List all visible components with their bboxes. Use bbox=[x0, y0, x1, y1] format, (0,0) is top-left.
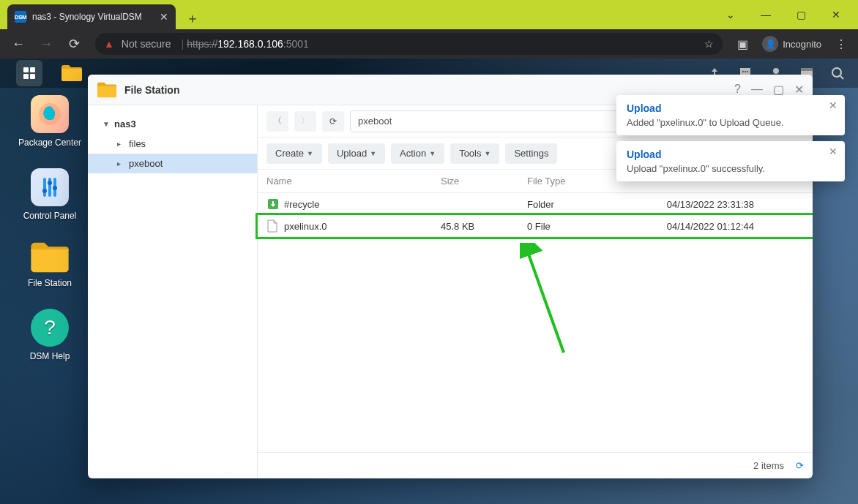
tree-root[interactable]: ▼nas3 bbox=[88, 114, 257, 134]
toast: ✕UploadAdded "pxelinux.0" to Upload Queu… bbox=[616, 95, 845, 135]
browser-toolbar: ← → ⟳ ▲ Not secure | https://192.168.0.1… bbox=[0, 29, 858, 59]
new-tab-button[interactable]: ＋ bbox=[182, 7, 204, 29]
toast-close-icon[interactable]: ✕ bbox=[829, 146, 838, 157]
desktop-icon-label: Package Center bbox=[18, 138, 81, 148]
desktop-icon-label: DSM Help bbox=[30, 351, 70, 361]
incognito-chip[interactable]: 👤 Incognito bbox=[756, 36, 827, 52]
nav-forward-button[interactable]: 〉 bbox=[294, 111, 316, 132]
desktop-package-center[interactable]: Package Center bbox=[10, 95, 89, 148]
browser-tab[interactable]: DSM nas3 - Synology VirtualDSM ✕ bbox=[7, 4, 176, 29]
tools-button[interactable]: Tools▼ bbox=[450, 143, 499, 164]
tree-root-label: nas3 bbox=[114, 119, 136, 129]
file-type: Folder bbox=[527, 199, 637, 210]
file-icon bbox=[266, 219, 284, 233]
toast-message: Upload "pxelinux.0" successfully. bbox=[627, 163, 835, 174]
svg-rect-13 bbox=[48, 178, 51, 197]
close-window-button[interactable]: ✕ bbox=[820, 4, 852, 26]
back-button[interactable]: ← bbox=[6, 31, 31, 56]
svg-rect-2 bbox=[23, 74, 29, 79]
svg-rect-12 bbox=[43, 178, 46, 197]
folder-icon bbox=[97, 81, 117, 99]
tree-item-files[interactable]: ▸files bbox=[88, 134, 257, 154]
favicon: DSM bbox=[15, 11, 26, 23]
tree-item-pxeboot[interactable]: ▸pxeboot bbox=[88, 154, 257, 173]
dsm-desktop: Package Center Control Panel File Statio… bbox=[0, 59, 858, 504]
svg-line-11 bbox=[840, 76, 843, 79]
file-name: pxelinux.0 bbox=[284, 221, 441, 232]
col-size[interactable]: Size bbox=[441, 176, 527, 187]
address-bar[interactable]: ▲ Not secure | https://192.168.0.106:500… bbox=[95, 33, 723, 55]
desktop-control-panel[interactable]: Control Panel bbox=[10, 168, 89, 221]
toast-title: Upload bbox=[627, 102, 835, 114]
file-row[interactable]: #recycleFolder04/13/2022 23:31:38 bbox=[258, 193, 813, 215]
status-refresh-icon[interactable]: ⟳ bbox=[796, 460, 804, 471]
svg-rect-9 bbox=[801, 68, 813, 71]
incognito-icon: 👤 bbox=[762, 36, 778, 52]
svg-point-7 bbox=[773, 68, 779, 74]
forward-button[interactable]: → bbox=[34, 31, 59, 56]
main-menu-button[interactable] bbox=[15, 59, 44, 88]
desktop-dsm-help[interactable]: ? DSM Help bbox=[10, 309, 89, 361]
maximize-button[interactable]: ▢ bbox=[785, 4, 817, 26]
desktop-icon-label: File Station bbox=[28, 278, 72, 288]
bookmark-icon[interactable]: ☆ bbox=[704, 38, 714, 50]
svg-point-16 bbox=[48, 181, 52, 185]
file-modified: 04/14/2022 01:12:44 bbox=[637, 221, 813, 232]
reload-button[interactable]: ⟳ bbox=[61, 31, 86, 56]
panel-icon[interactable]: ▣ bbox=[731, 33, 753, 55]
not-secure-label: Not secure bbox=[122, 38, 171, 50]
package-center-icon bbox=[31, 95, 69, 133]
warning-icon: ▲ bbox=[104, 38, 114, 50]
file-size: 45.8 KB bbox=[441, 221, 527, 232]
toast-close-icon[interactable]: ✕ bbox=[829, 99, 838, 111]
file-row[interactable]: pxelinux.045.8 KB0 File04/14/2022 01:12:… bbox=[258, 215, 813, 237]
control-panel-icon bbox=[31, 168, 69, 206]
search-icon[interactable] bbox=[823, 59, 852, 88]
close-tab-icon[interactable]: ✕ bbox=[160, 11, 168, 23]
tree-item-label: files bbox=[129, 138, 146, 149]
file-station-icon bbox=[29, 241, 70, 274]
window-title: File Station bbox=[124, 84, 179, 96]
toast-title: Upload bbox=[627, 148, 835, 160]
action-button[interactable]: Action▼ bbox=[391, 143, 444, 164]
file-rows: #recycleFolder04/13/2022 23:31:38pxelinu… bbox=[258, 193, 813, 452]
svg-point-15 bbox=[42, 189, 47, 193]
url-port: :5001 bbox=[283, 38, 309, 50]
create-button[interactable]: Create▼ bbox=[266, 143, 322, 164]
toast-message: Added "pxelinux.0" to Upload Queue. bbox=[627, 117, 835, 128]
help-icon: ? bbox=[31, 309, 69, 347]
kebab-menu-icon[interactable]: ⋮ bbox=[830, 33, 852, 55]
file-name: #recycle bbox=[284, 199, 441, 210]
col-name[interactable]: Name bbox=[266, 176, 441, 187]
svg-point-17 bbox=[53, 186, 57, 190]
tab-title: nas3 - Synology VirtualDSM bbox=[32, 12, 142, 22]
item-count: 2 items bbox=[753, 460, 784, 471]
path-value: pxeboot bbox=[358, 116, 392, 127]
upload-button[interactable]: Upload▼ bbox=[328, 143, 385, 164]
svg-point-4 bbox=[742, 71, 744, 72]
desktop-file-station[interactable]: File Station bbox=[10, 241, 89, 288]
separator: | bbox=[182, 38, 184, 50]
notifications: ✕UploadAdded "pxelinux.0" to Upload Queu… bbox=[616, 95, 845, 181]
desktop-icon-label: Control Panel bbox=[23, 211, 77, 221]
window-controls: ⌄ ― ▢ ✕ bbox=[715, 0, 858, 29]
status-bar: 2 items ⟳ bbox=[258, 452, 813, 478]
svg-rect-0 bbox=[23, 67, 29, 72]
nav-refresh-button[interactable]: ⟳ bbox=[322, 111, 344, 132]
url-scheme: https:// bbox=[187, 38, 217, 50]
svg-point-6 bbox=[747, 71, 748, 72]
folder-tree: ▼nas3 ▸files ▸pxeboot bbox=[88, 105, 258, 478]
desktop-icons: Package Center Control Panel File Statio… bbox=[10, 95, 89, 361]
chevron-down-icon[interactable]: ⌄ bbox=[715, 4, 747, 26]
svg-point-5 bbox=[745, 71, 746, 72]
svg-rect-3 bbox=[30, 74, 35, 79]
url-host: 192.168.0.106 bbox=[217, 38, 283, 50]
nav-back-button[interactable]: 〈 bbox=[266, 111, 288, 132]
settings-button[interactable]: Settings bbox=[505, 143, 557, 164]
file-modified: 04/13/2022 23:31:38 bbox=[637, 199, 813, 210]
file-type: 0 File bbox=[527, 221, 637, 232]
task-file-station[interactable] bbox=[59, 60, 85, 86]
minimize-button[interactable]: ― bbox=[750, 4, 782, 26]
browser-titlebar: DSM nas3 - Synology VirtualDSM ✕ ＋ ⌄ ― ▢… bbox=[0, 0, 858, 29]
svg-rect-1 bbox=[30, 67, 35, 72]
